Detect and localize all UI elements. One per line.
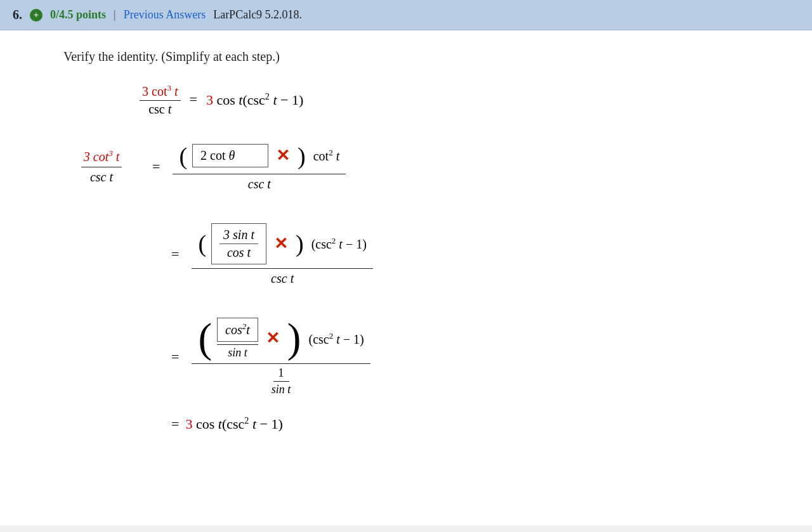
main-equation: 3 cot3 t csc t = 3 cos t(csc2 t − 1)	[140, 83, 787, 117]
main-numerator: 3 cot3 t	[140, 83, 181, 101]
step1-cot2t: cot2 t	[313, 148, 340, 164]
step3-outer-denominator: 1 sin t	[266, 364, 296, 396]
step2-input-num: 3 sin t	[219, 228, 258, 244]
step2-input-den: cos t	[223, 244, 254, 260]
step1-numerator: ( 2 cot θ ✕ ) cot2 t	[173, 142, 346, 174]
open-paren-1: (	[179, 142, 187, 170]
step1-rhs: ( 2 cot θ ✕ ) cot2 t csc t	[173, 142, 346, 191]
equals-sign-1: =	[190, 91, 197, 108]
points-text: 0/4.5 points	[50, 8, 106, 22]
step3-extra: (csc2 t − 1)	[308, 331, 363, 347]
open-paren-3: (	[198, 318, 212, 359]
step3-outer-den-num: 1	[273, 367, 289, 382]
step3-outer-numerator: ( cos2t sin t ✕ ) (csc2 t − 1)	[192, 318, 370, 365]
step2-row: = ( 3 sin t cos t ✕ ) (csc2 t − 1) csc t	[171, 223, 787, 286]
main-denominator: csc t	[146, 101, 174, 117]
step2-input-box[interactable]: 3 sin t cos t	[211, 223, 266, 264]
final-result: 3 cos t(csc2 t − 1)	[185, 415, 282, 432]
step3-outer-fraction: ( cos2t sin t ✕ ) (csc2 t − 1) 1 sin t	[192, 318, 370, 397]
problem-statement: Verify the identity. (Simplify at each s…	[63, 49, 787, 64]
course-code: LarPCalc9 5.2.018.	[213, 8, 302, 22]
step3-row: = ( cos2t sin t ✕ ) (csc2 t − 1)	[171, 318, 787, 397]
step3-outer-den-den: sin t	[266, 382, 296, 396]
step2-equals: =	[171, 246, 179, 263]
step1-denominator: csc t	[248, 174, 271, 191]
main-lhs-fraction: 3 cot3 t csc t	[140, 83, 181, 117]
step2-x-mark: ✕	[274, 234, 288, 254]
step2-extra: (csc2 t − 1)	[311, 236, 367, 252]
header-bar: 6. + 0/4.5 points | Previous Answers Lar…	[0, 0, 812, 30]
main-rhs: 3 cos t(csc2 t − 1)	[206, 91, 303, 108]
open-paren-2: (	[198, 230, 206, 257]
final-row: = 3 cos t(csc2 t − 1)	[171, 415, 787, 432]
close-paren-2: )	[296, 230, 304, 257]
step1-input-box[interactable]: 2 cot θ	[192, 144, 268, 167]
step1-lhs-den: csc t	[88, 167, 115, 185]
step2-fraction: ( 3 sin t cos t ✕ ) (csc2 t − 1) csc t	[192, 223, 372, 286]
content-area: Verify the identity. (Simplify at each s…	[0, 30, 812, 525]
step3-equals: =	[171, 349, 179, 365]
close-paren-3: )	[287, 318, 301, 359]
step3-inner-den: sin t	[228, 345, 247, 360]
step1-lhs: 3 cot3 t csc t	[63, 148, 140, 185]
step3-x-mark: ✕	[266, 328, 280, 348]
close-paren-1: )	[298, 142, 306, 170]
step2-numerator: ( 3 sin t cos t ✕ ) (csc2 t − 1)	[192, 223, 372, 269]
final-equals: =	[171, 416, 179, 432]
points-icon: +	[30, 9, 43, 22]
step1-equals: =	[152, 159, 160, 175]
step3-input-content: cos2t	[225, 323, 250, 337]
divider: |	[114, 8, 116, 22]
step3-input-box[interactable]: cos2t	[217, 318, 258, 342]
step1-lhs-num: 3 cot3 t	[81, 148, 122, 167]
question-number: 6.	[13, 8, 22, 22]
step3-inner-fraction-container: cos2t sin t	[217, 318, 258, 360]
previous-answers-link[interactable]: Previous Answers	[124, 8, 206, 22]
step1-row: 3 cot3 t csc t = ( 2 cot θ ✕ ) cot2 t cs…	[63, 142, 787, 191]
step1-x-mark: ✕	[276, 146, 290, 165]
step2-denominator: csc t	[271, 269, 294, 286]
